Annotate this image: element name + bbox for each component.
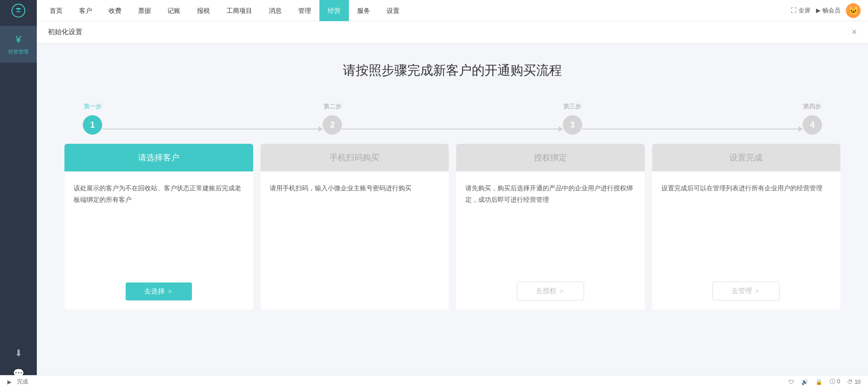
sidebar: ¥ 经营管理 ⬇ 💬 [0,21,37,388]
step-4-label: 第四步 [803,102,821,111]
close-button[interactable]: × [851,27,857,37]
topbar-right: ⛶ 全屏 ▶ 畅会员 🐱 [791,3,861,18]
topbar: 首页 客户 收费 票据 记账 报税 工商项目 消息 管理 经营 服务 设置 ⛶ … [0,0,868,21]
step-1-label: 第一步 [84,102,102,111]
nav-message[interactable]: 消息 [260,0,290,21]
card-3-header: 授权绑定 [456,144,645,171]
connector-2-3 [342,102,562,132]
avatar[interactable]: 🐱 [846,3,861,18]
step-1-circle: 1 [83,115,102,135]
go-select-button[interactable]: 去选择 ＞ [126,282,192,300]
steps-row: 第一步 1 第二步 2 [64,102,840,144]
fullscreen-icon: ⛶ [791,7,797,14]
main-layout: ¥ 经营管理 ⬇ 💬 初始化设置 × 请按照步骤完成新客户的开通购买流程 第一步… [0,21,868,388]
nav-customer[interactable]: 客户 [71,0,100,21]
nav-home[interactable]: 首页 [41,0,71,21]
nav-bill[interactable]: 票据 [130,0,159,21]
step-3-label: 第三步 [563,102,581,111]
nav-business[interactable]: 工商项目 [218,0,260,21]
sidebar-item-label: 经营管理 [8,48,29,55]
vip-icon: ▶ [816,7,821,14]
shield-icon: 🛡 [788,379,794,385]
step-2-label: 第二步 [324,102,341,111]
sidebar-bottom: ⬇ 💬 [13,347,24,379]
app-logo [0,0,37,21]
download-icon[interactable]: ⬇ [15,347,23,359]
nav-settings[interactable]: 设置 [378,0,408,21]
fullscreen-label: 全屏 [799,6,810,15]
card-2-footer [260,291,449,310]
wizard-container: 请按照步骤完成新客户的开通购买流程 第一步 1 第二步 2 [37,43,868,328]
card-complete: 设置完成 设置完成后可以在管理列表进行所有企业用户的经营管理 去管理 ＞ [652,144,841,310]
step-4: 第四步 4 [803,102,822,135]
lock-icon: 🔒 [816,379,822,385]
vip-button[interactable]: ▶ 畅会员 [816,6,840,15]
connector-1-2 [102,102,323,132]
connector-3-4 [582,102,803,132]
nav-tax[interactable]: 报税 [189,0,218,21]
volume-icon: 🔊 [801,379,808,385]
card-2-body: 请用手机扫码，输入小微企业主账号密码进行购买 [260,171,449,291]
nav-menu: 首页 客户 收费 票据 记账 报税 工商项目 消息 管理 经营 服务 设置 [41,0,791,21]
step-2: 第二步 2 [323,102,342,135]
card-4-body: 设置完成后可以在管理列表进行所有企业用户的经营管理 [652,171,841,272]
fullscreen-button[interactable]: ⛶ 全屏 [791,6,810,15]
card-1-header: 请选择客户 [64,144,253,171]
nav-manage[interactable]: 管理 [290,0,319,21]
card-2-header: 手机扫码购买 [260,144,449,171]
statusbar-right: 🛡 🔊 🔒 ⓘ 0 ⏱ 10 [788,378,861,386]
play-button[interactable]: ▶ [7,379,12,385]
main-content: 初始化设置 × 请按照步骤完成新客户的开通购买流程 第一步 1 第 [37,21,868,388]
card-3-footer: 去授权 ＞ [456,272,645,310]
nav-account[interactable]: 记账 [159,0,189,21]
timer-badge: ⏱ 10 [847,379,861,385]
go-authorize-button[interactable]: 去授权 ＞ [517,282,584,300]
info-badge: ⓘ 0 [830,378,840,386]
step-3: 第三步 3 [563,102,582,135]
nav-service[interactable]: 服务 [349,0,378,21]
step-1: 第一步 1 [83,102,102,135]
cards-row: 请选择客户 该处展示的客户为不在回收站、客户状态正常建账后完成老板端绑定的所有客… [64,144,840,310]
page-title: 初始化设置 [48,28,82,36]
go-manage-button[interactable]: 去管理 ＞ [712,282,780,300]
nav-operation[interactable]: 经营 [319,0,349,21]
nav-fee[interactable]: 收费 [100,0,130,21]
content-header: 初始化设置 × [37,21,868,43]
card-1-body: 该处展示的客户为不在回收站、客户状态正常建账后完成老板端绑定的所有客户 [64,171,253,273]
statusbar: ▶ 完成 🛡 🔊 🔒 ⓘ 0 ⏱ 10 [0,375,868,388]
card-authorize: 授权绑定 请先购买，购买后选择开通的产品中的企业用户进行授权绑定，成功后即可进行… [456,144,645,310]
card-3-body: 请先购买，购买后选择开通的产品中的企业用户进行授权绑定，成功后即可进行经营管理 [456,171,645,272]
operation-icon: ¥ [16,34,21,46]
sidebar-item-operation[interactable]: ¥ 经营管理 [0,26,37,63]
step-4-circle: 4 [803,115,822,135]
card-1-footer: 去选择 ＞ [64,273,253,310]
status-label: 完成 [17,378,28,386]
card-4-footer: 去管理 ＞ [652,272,841,310]
wizard-title: 请按照步骤完成新客户的开通购买流程 [64,62,840,79]
card-scan-qr: 手机扫码购买 请用手机扫码，输入小微企业主账号密码进行购买 [260,144,449,310]
step-3-circle: 3 [563,115,582,135]
step-2-circle: 2 [323,115,342,135]
vip-label: 畅会员 [822,6,840,15]
card-select-customer: 请选择客户 该处展示的客户为不在回收站、客户状态正常建账后完成老板端绑定的所有客… [64,144,253,310]
card-4-header: 设置完成 [652,144,841,171]
